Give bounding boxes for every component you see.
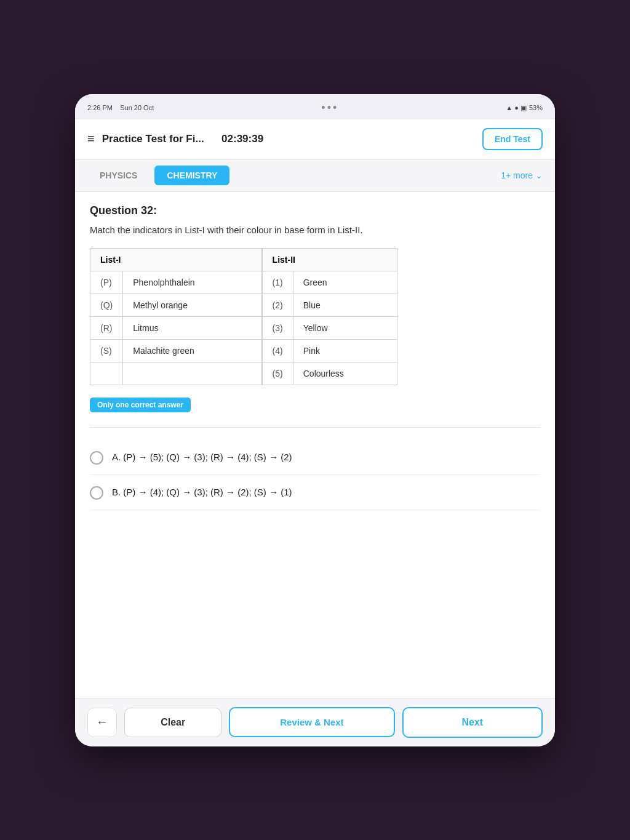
divider: [90, 427, 540, 428]
table-row: (Q) Methyl orange (2) Blue: [90, 294, 397, 317]
main-content: Question 32: Match the indicators in Lis…: [75, 192, 555, 698]
table-row: (R) Litmus (3) Yellow: [90, 317, 397, 340]
device-frame: 2:26 PM Sun 20 Oct ••• ▲ ● ▣ 53% ≡ Pract…: [75, 94, 555, 746]
status-bar: 2:26 PM Sun 20 Oct ••• ▲ ● ▣ 53%: [75, 94, 555, 119]
header-left: ≡ Practice Test for Fi... 02:39:39: [87, 132, 263, 146]
three-dots: •••: [321, 99, 338, 117]
radio-a: [90, 451, 103, 465]
bottom-bar: ← Clear Review & Next Next: [75, 698, 555, 746]
table-row: (S) Malachite green (4) Pink: [90, 340, 397, 362]
back-button[interactable]: ←: [87, 708, 117, 737]
end-test-button[interactable]: End Test: [482, 128, 543, 150]
option-text-b: B. (P) → (4); (Q) → (3); (R) → (2); (S) …: [112, 485, 292, 500]
chevron-down-icon: ⌄: [535, 170, 543, 180]
answer-type-badge: Only one correct answer: [90, 398, 191, 412]
header-title: Practice Test for Fi...: [102, 133, 204, 145]
tab-more[interactable]: 1+ more ⌄: [501, 170, 543, 180]
clear-button[interactable]: Clear: [124, 708, 221, 737]
table-row: (5) Colourless: [90, 362, 397, 385]
list1-header: List-I: [90, 249, 262, 271]
tabs-bar: PHYSICS CHEMISTRY 1+ more ⌄: [75, 159, 555, 192]
question-number: Question 32:: [90, 204, 540, 217]
review-next-button[interactable]: Review & Next: [229, 707, 394, 737]
radio-b: [90, 486, 103, 500]
next-button[interactable]: Next: [402, 707, 543, 738]
table-row: (P) Phenolphthalein (1) Green: [90, 271, 397, 294]
app-header: ≡ Practice Test for Fi... 02:39:39 End T…: [75, 119, 555, 159]
list2-header: List-II: [262, 249, 397, 271]
tab-physics[interactable]: PHYSICS: [87, 166, 150, 185]
status-time-date: 2:26 PM Sun 20 Oct: [87, 104, 154, 111]
options-container: A. (P) → (5); (Q) → (3); (R) → (4); (S) …: [90, 440, 540, 510]
match-table: List-I List-II (P) Phenolphthalein (1) G…: [90, 248, 397, 385]
option-text-a: A. (P) → (5); (Q) → (3); (R) → (4); (S) …: [112, 450, 292, 465]
status-icons: ▲ ● ▣ 53%: [506, 104, 543, 112]
tab-chemistry[interactable]: CHEMISTRY: [154, 166, 229, 185]
menu-icon[interactable]: ≡: [87, 132, 95, 146]
header-timer: 02:39:39: [221, 133, 263, 145]
option-b[interactable]: B. (P) → (4); (Q) → (3); (R) → (2); (S) …: [90, 475, 540, 510]
question-text: Match the indicators in List-I with thei…: [90, 223, 540, 238]
option-a[interactable]: A. (P) → (5); (Q) → (3); (R) → (4); (S) …: [90, 440, 540, 475]
